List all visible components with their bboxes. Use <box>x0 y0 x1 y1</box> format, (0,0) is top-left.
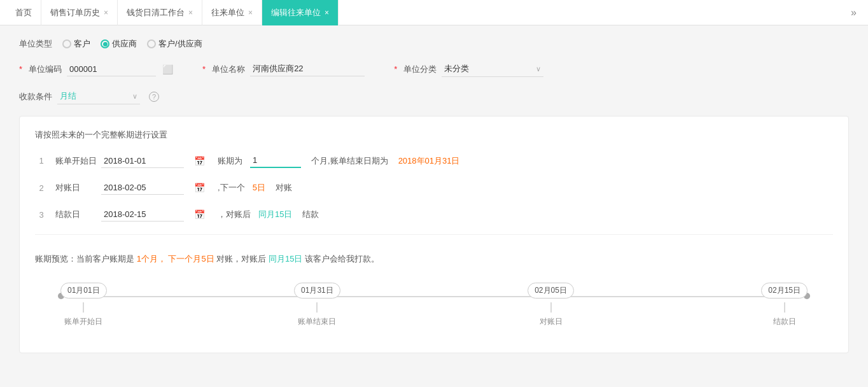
name-required-star: * <box>202 64 206 74</box>
unit-type-radio-group: 客户 供应商 客户/供应商 <box>62 38 202 50</box>
timeline-connector-3 <box>550 302 552 313</box>
radio-customer[interactable]: 客户 <box>62 38 90 50</box>
unit-category-value: 未分类 <box>444 63 533 74</box>
billing-period-input[interactable] <box>250 153 301 168</box>
tab-sales-label: 销售订单历史 <box>50 7 100 18</box>
timeline-label-1: 账单开始日 <box>64 316 102 327</box>
tab-expand-btn[interactable]: » <box>846 7 862 18</box>
category-chevron-icon: ∨ <box>536 65 541 73</box>
timeline-connector-2 <box>316 302 318 313</box>
unit-type-label: 单位类型 <box>19 38 52 50</box>
tab-home-label: 首页 <box>15 7 32 18</box>
timeline-nodes-row: 01月01日 账单开始日 01月31日 账单结束日 02月05日 对账 <box>60 283 808 327</box>
page-content: 单位类型 客户 供应商 客户/供应商 * 单位编码 ⬜ * 单位名称 <box>0 25 868 387</box>
radio-customer-label: 客户 <box>74 38 90 50</box>
timeline-node-1: 01月01日 账单开始日 <box>60 283 107 327</box>
tab-home[interactable]: 首页 <box>6 0 41 25</box>
timeline-section: 01月01日 账单开始日 01月31日 账单结束日 02月05日 对账 <box>35 276 833 340</box>
unit-code-field-group: ⬜ <box>67 62 173 76</box>
radio-supplier[interactable]: 供应商 <box>101 38 137 50</box>
unit-name-label: 单位名称 <box>212 64 245 75</box>
unit-type-row: 单位类型 客户 供应商 客户/供应商 <box>19 38 849 50</box>
timeline-node-2: 01月31日 账单结束日 <box>294 283 340 327</box>
timeline-connector-4 <box>784 302 785 313</box>
tab-edit-close[interactable]: × <box>325 8 329 17</box>
preview-period: 1个月， <box>137 254 166 264</box>
tab-sales-history[interactable]: 销售订单历史 × <box>41 0 118 25</box>
timeline-node-4: 02月15日 结款日 <box>761 283 808 327</box>
unit-info-row: * 单位编码 ⬜ * 单位名称 * 单位分类 未分类 ∨ <box>19 61 849 77</box>
timeline-label-2: 账单结束日 <box>298 316 336 327</box>
radio-both-label: 客户/供应商 <box>158 38 202 50</box>
billing-start-cal-icon[interactable]: 📅 <box>194 156 205 166</box>
tab-edit-label: 编辑往来单位 <box>271 7 321 18</box>
section-title: 请按照未来的一个完整帐期进行设置 <box>35 129 833 141</box>
payment-cond-chevron-icon: ∨ <box>132 92 137 101</box>
category-required-star: * <box>394 64 397 74</box>
help-icon[interactable]: ? <box>149 92 159 102</box>
billing-row-3-num: 3 <box>35 210 48 220</box>
timeline-badge-3: 02月05日 <box>528 283 574 299</box>
timeline-container: 01月01日 账单开始日 01月31日 账单结束日 02月05日 对账 <box>35 283 833 327</box>
preview-text: 账期预览：当前客户账期是 1个月， 下一个月5日 对账，对账后 同月15日 该客… <box>35 244 833 276</box>
tab-cash-label: 钱货日清工作台 <box>127 7 185 18</box>
payment-suffix-post: 结款 <box>302 209 319 220</box>
radio-supplier-circle <box>101 39 109 48</box>
preview-reconcile: 下一个月5日 <box>168 254 214 264</box>
billing-row-2: 2 对账日 📅 ,下一个 5日 对账 <box>35 181 833 195</box>
billing-period-post-pre: 个月,账单结束日期为 <box>311 155 388 167</box>
unit-code-label: 单位编码 <box>29 64 62 75</box>
tab-cash-work[interactable]: 钱货日清工作台 × <box>118 0 202 25</box>
billing-payment-date[interactable] <box>101 208 184 222</box>
billing-row-1: 1 账单开始日 📅 账期为 个月,账单结束日期为 2018年01月31日 <box>35 153 833 168</box>
radio-supplier-label: 供应商 <box>112 38 137 50</box>
tab-partner-close[interactable]: × <box>248 8 253 17</box>
billing-row-2-num: 2 <box>35 183 48 193</box>
billing-payment-label: 结款日 <box>55 209 94 220</box>
reconcile-suffix-post: 对账 <box>276 182 292 194</box>
unit-code-input[interactable] <box>67 62 156 76</box>
timeline-badge-1: 01月01日 <box>60 283 107 299</box>
reconcile-suffix-pre: ,下一个 <box>218 182 245 194</box>
reconcile-day-highlight: 5日 <box>253 182 265 194</box>
timeline-connector-1 <box>83 302 84 313</box>
billing-reconcile-label: 对账日 <box>55 182 94 194</box>
radio-customer-circle <box>62 39 71 48</box>
tab-edit-unit[interactable]: 编辑往来单位 × <box>262 0 339 25</box>
billing-reconcile-date[interactable] <box>101 181 184 195</box>
timeline-track <box>60 296 808 297</box>
billing-section: 请按照未来的一个完整帐期进行设置 1 账单开始日 📅 账期为 个月,账单结束日期… <box>19 116 849 353</box>
billing-row-3: 3 结款日 📅 ，对账后 同月15日 结款 <box>35 208 833 222</box>
radio-both-circle <box>147 39 156 48</box>
preview-label: 账期预览：当前客户账期是 <box>35 254 134 264</box>
billing-end-date-highlight: 2018年01月31日 <box>398 155 460 167</box>
billing-period-pre: 账期为 <box>218 155 242 167</box>
payment-suffix-pre: ，对账后 <box>218 209 251 220</box>
billing-payment-cal-icon[interactable]: 📅 <box>194 209 205 220</box>
preview-end-text: 该客户会给我打款。 <box>305 254 379 264</box>
tabs-bar: 首页 销售订单历史 × 钱货日清工作台 × 往来单位 × 编辑往来单位 × » <box>0 0 868 25</box>
unit-name-input[interactable] <box>250 62 365 76</box>
tab-sales-close[interactable]: × <box>104 8 108 17</box>
unit-code-copy-icon[interactable]: ⬜ <box>162 64 173 74</box>
timeline-badge-4: 02月15日 <box>761 283 808 299</box>
billing-row-1-num: 1 <box>35 156 48 165</box>
preview-payment: 同月15日 <box>269 254 302 264</box>
tab-cash-close[interactable]: × <box>188 8 193 17</box>
billing-reconcile-cal-icon[interactable]: 📅 <box>194 183 205 193</box>
radio-both[interactable]: 客户/供应商 <box>147 38 202 50</box>
payment-cond-row: 收款条件 月结 ∨ ? <box>19 88 849 104</box>
timeline-label-3: 对账日 <box>540 316 563 327</box>
timeline-label-4: 结款日 <box>773 316 796 327</box>
tab-partner-label: 往来单位 <box>211 7 244 18</box>
unit-category-select[interactable]: 未分类 ∨ <box>442 61 543 77</box>
tab-partner-unit[interactable]: 往来单位 × <box>202 0 262 25</box>
preview-reconcile-text: 对账，对账后 <box>216 254 266 264</box>
billing-start-date[interactable] <box>101 154 184 168</box>
timeline-badge-2: 01月31日 <box>294 283 340 299</box>
timeline-node-3: 02月05日 对账日 <box>528 283 574 327</box>
payment-cond-select[interactable]: 月结 ∨ <box>57 88 140 104</box>
unit-category-label: 单位分类 <box>403 64 437 75</box>
payment-cond-label: 收款条件 <box>19 91 52 102</box>
code-required-star: * <box>19 64 22 74</box>
